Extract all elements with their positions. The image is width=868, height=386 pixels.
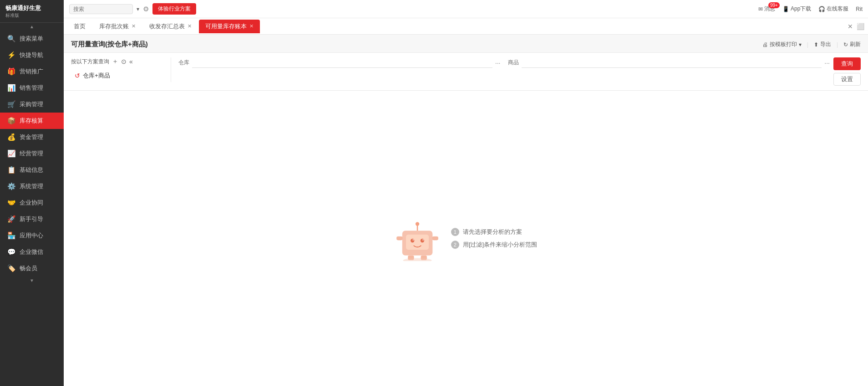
sidebar-item-label-marketing: 营销推广	[20, 67, 43, 76]
export-label: 导出	[820, 41, 831, 48]
sidebar-item-newbie[interactable]: 🚀 新手引导	[0, 211, 64, 227]
empty-state: 1 请先选择要分析的方案 2 用[过滤]条件来缩小分析范围	[64, 91, 868, 386]
tabbar: 首页 库存批次账 ✕ 收发存汇总表 ✕ 可用量库存账本 ✕ ✕ ⬜	[64, 18, 868, 35]
sidebar: 畅康通好生意 标准版 ▲ 🔍 搜索菜单 ⚡ 快捷导航 🎁 营销推广 📊 销售管理…	[0, 0, 64, 386]
sidebar-item-label-newbie: 新手引导	[20, 215, 43, 223]
close-window-icon[interactable]: ✕	[848, 23, 853, 30]
user-name: Rit	[856, 6, 863, 12]
refresh-label: 刷新	[850, 41, 861, 48]
print-btn[interactable]: 🖨 按模板打印 ▾	[762, 41, 802, 48]
sidebar-item-inventory[interactable]: 📦 库存核算	[0, 113, 64, 129]
tab-batch-account-close[interactable]: ✕	[132, 23, 136, 29]
settings-scheme-icon[interactable]: ⊙	[121, 58, 127, 65]
app-name: 畅康通好生意	[5, 5, 58, 12]
print-label: 按模板打印	[770, 41, 797, 48]
sidebar-scroll-down[interactable]: ▼	[0, 277, 64, 284]
sidebar-item-finance[interactable]: 💰 资金管理	[0, 129, 64, 145]
sidebar-item-basic[interactable]: 📋 基础信息	[0, 162, 64, 178]
goods-input[interactable]	[522, 57, 822, 68]
inventory-icon: 📦	[7, 117, 16, 125]
goods-more-icon[interactable]: ···	[824, 59, 830, 67]
maximize-window-icon[interactable]: ⬜	[857, 23, 864, 30]
sidebar-item-sales[interactable]: 📊 销售管理	[0, 80, 64, 96]
scheme-header-label: 按以下方案查询	[71, 58, 109, 66]
add-scheme-icon[interactable]: ＋	[112, 57, 118, 66]
app-logo: 畅康通好生意 标准版	[0, 0, 64, 23]
app-edition: 标准版	[5, 12, 58, 19]
phone-icon: 📱	[782, 6, 789, 12]
wechat-icon: 💬	[7, 248, 16, 256]
basic-icon: 📋	[7, 166, 16, 174]
member-icon: 🏷️	[7, 264, 16, 273]
sidebar-item-label-inventory: 库存核算	[20, 117, 43, 125]
svg-point-7	[416, 222, 419, 226]
marketing-icon: 🎁	[7, 67, 16, 76]
svg-rect-11	[432, 237, 438, 240]
sidebar-item-label-search: 搜索菜单	[20, 35, 43, 43]
headset-icon: 🎧	[818, 6, 825, 12]
refresh-btn[interactable]: ↻ 刷新	[843, 41, 861, 48]
filter-field-warehouse: 仓库 ···	[178, 57, 501, 68]
collapse-icon[interactable]: «	[129, 58, 133, 65]
sidebar-item-purchase[interactable]: 🛒 采购管理	[0, 96, 64, 113]
scheme-item-warehouse-goods[interactable]: ↺ 仓库+商品	[71, 69, 167, 82]
filter-row-1: 仓库 ··· 商品 ···	[178, 57, 830, 68]
warehouse-more-icon[interactable]: ···	[495, 59, 501, 67]
filter-scheme-panel: 按以下方案查询 ＋ ⊙ « ↺ 仓库+商品	[71, 57, 171, 82]
message-icon: ✉	[758, 6, 763, 12]
main-area: ▾ ⚙ 体验行业方案 ✉ 消息 99+ 📱 App下载 🎧 在线客服 Rit	[64, 0, 868, 386]
tab-available-qty-close[interactable]: ✕	[249, 23, 254, 29]
sidebar-item-label-member: 畅会员	[20, 264, 37, 273]
sidebar-item-quicknav[interactable]: ⚡ 快捷导航	[0, 47, 64, 63]
sidebar-item-system[interactable]: ⚙️ 系统管理	[0, 178, 64, 195]
tab-home[interactable]: 首页	[67, 20, 92, 33]
search-dropdown-icon[interactable]: ▾	[137, 6, 139, 12]
action-sep2: |	[837, 41, 838, 48]
sidebar-item-search[interactable]: 🔍 搜索菜单	[0, 31, 64, 47]
tab-batch-account-label: 库存批次账	[99, 22, 129, 31]
sidebar-item-collab[interactable]: 🤝 企业协同	[0, 195, 64, 211]
warehouse-input[interactable]	[192, 57, 492, 68]
gear-icon[interactable]: ⚙	[143, 5, 149, 13]
filter-section: 按以下方案查询 ＋ ⊙ « ↺ 仓库+商品 仓库 ···	[64, 53, 868, 91]
tab-batch-account[interactable]: 库存批次账 ✕	[93, 20, 142, 33]
sidebar-item-label-system: 系统管理	[20, 182, 43, 190]
appstore-icon: 🏪	[7, 232, 16, 240]
export-btn[interactable]: ⬆ 导出	[814, 41, 831, 48]
newbie-icon: 🚀	[7, 215, 16, 223]
print-dropdown-icon[interactable]: ▾	[799, 41, 802, 48]
search-input[interactable]	[69, 4, 133, 14]
tab-available-qty[interactable]: 可用量库存账本 ✕	[199, 20, 260, 33]
page-title: 可用量查询(按仓库+商品)	[71, 40, 148, 49]
app-download-btn[interactable]: 📱 App下载	[782, 5, 811, 13]
service-btn[interactable]: 🎧 在线客服	[818, 5, 848, 13]
svg-point-3	[421, 239, 424, 242]
management-icon: 📈	[7, 149, 16, 158]
sales-icon: 📊	[7, 84, 16, 92]
sidebar-item-label-purchase: 采购管理	[20, 100, 43, 108]
system-icon: ⚙️	[7, 182, 16, 190]
tabbar-right-btns: ✕ ⬜	[848, 23, 864, 30]
finance-icon: 💰	[7, 133, 16, 141]
message-btn[interactable]: ✉ 消息 99+	[758, 5, 775, 13]
sidebar-item-member[interactable]: 🏷️ 畅会员	[0, 260, 64, 277]
app-download-label: App下载	[791, 5, 811, 13]
tab-summary-close[interactable]: ✕	[188, 23, 192, 29]
sidebar-item-appstore[interactable]: 🏪 应用中心	[0, 227, 64, 244]
sidebar-item-marketing[interactable]: 🎁 营销推广	[0, 63, 64, 80]
query-button[interactable]: 查询	[833, 57, 861, 70]
search-menu-icon: 🔍	[7, 35, 16, 43]
sidebar-item-management[interactable]: 📈 经营管理	[0, 145, 64, 162]
svg-point-5	[422, 239, 424, 241]
settings-button[interactable]: 设置	[833, 73, 861, 86]
sidebar-item-label-quicknav: 快捷导航	[20, 51, 43, 59]
sidebar-item-wechat[interactable]: 💬 企业微信	[0, 244, 64, 260]
empty-hint-1: 1 请先选择要分析的方案	[451, 228, 537, 236]
quicknav-icon: ⚡	[7, 51, 16, 59]
scheme-item-label: 仓库+商品	[83, 72, 110, 80]
hint-num-2: 2	[451, 241, 459, 249]
user-avatar[interactable]: Rit	[856, 6, 863, 12]
tab-summary[interactable]: 收发存汇总表 ✕	[143, 20, 198, 33]
experience-btn[interactable]: 体验行业方案	[152, 3, 196, 15]
sidebar-scroll-up[interactable]: ▲	[0, 23, 64, 31]
